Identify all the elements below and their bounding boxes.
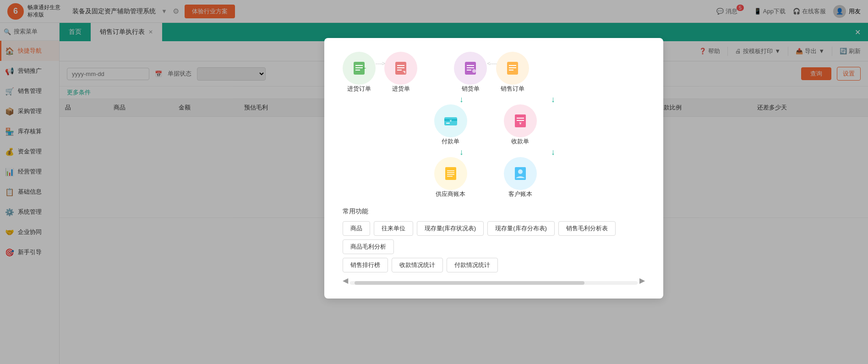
btn-partners[interactable]: 往来单位 [374, 221, 413, 236]
purchase-bill-icon [393, 60, 409, 76]
btn-stock-status[interactable]: 现存量(库存状况表) [417, 221, 484, 236]
down-arrow-purchase-icon: ↓ [459, 95, 464, 104]
payment-icon: ¥ [442, 113, 459, 129]
sales-bill-circle[interactable] [454, 52, 487, 85]
sales-bill-icon [462, 60, 479, 76]
sales-bill-label: 销货单 [462, 85, 480, 93]
common-buttons: 商品 往来单位 现存量(库存状况表) 现存量(库存分布表) 销售毛利分析表 商品… [343, 221, 645, 254]
customer-ledger-circle[interactable] [504, 157, 537, 190]
sales-order-label: 销售订单 [501, 85, 524, 93]
btn-goods[interactable]: 商品 [343, 221, 370, 236]
common-functions-section: 常用功能 商品 往来单位 现存量(库存状况表) 现存量(库存分布表) 销售毛利分… [343, 207, 645, 272]
flow-row-4: ↓ ↓ [343, 147, 645, 157]
flow-col-receipt: ¥ 收款单 [504, 104, 537, 146]
btn-payment-stats[interactable]: 付款情况统计 [447, 258, 498, 272]
payment-label: 付款单 [442, 137, 459, 146]
sales-order-icon [504, 60, 521, 76]
arrow-down-sales: ↓ [526, 95, 581, 104]
modal-inner: 进货订单 - - - -> [324, 38, 663, 299]
svg-rect-20 [446, 123, 450, 124]
common-functions-title: 常用功能 [343, 207, 645, 216]
modal-scroll-row: ◀ ▶ [343, 276, 645, 285]
svg-point-13 [472, 69, 476, 73]
modal-scrollbar[interactable] [350, 281, 638, 285]
flow-col-customer-ledger: 客户账本 [504, 157, 537, 198]
flow-col-payment: ¥ 付款单 [434, 104, 467, 146]
spacer-left3 [343, 147, 434, 157]
down-arrow-receipt-icon: ↓ [551, 147, 555, 157]
customer-ledger-icon [512, 165, 529, 182]
arrow-down-receipt: ↓ [526, 147, 581, 157]
svg-text:¥: ¥ [449, 119, 452, 123]
purchase-bill-circle[interactable] [384, 52, 417, 85]
down-arrow-sales-icon: ↓ [551, 95, 555, 104]
scroll-left-icon[interactable]: ◀ [343, 276, 348, 285]
spacer-mid5 [489, 147, 526, 157]
flow-row-5: 供应商账本 客户账本 [343, 157, 645, 198]
arrow-down-payment: ↓ [434, 147, 489, 157]
modal-overlay[interactable]: 进货订单 - - - -> [0, 0, 868, 364]
customer-ledger-label: 客户账本 [508, 190, 532, 198]
svg-rect-26 [445, 167, 456, 180]
purchase-bill-label: 进货单 [392, 85, 410, 93]
receipt-icon: ¥ [512, 113, 529, 129]
flow-col-purchase-order: 进货订单 [343, 52, 376, 93]
common-buttons-row2: 销售排行榜 收款情况统计 付款情况统计 [343, 258, 645, 272]
flow-col-supplier-ledger: 供应商账本 [434, 157, 467, 198]
flow-row-3: ¥ 付款单 ¥ [343, 104, 645, 146]
receipt-circle[interactable]: ¥ [504, 104, 537, 137]
supplier-ledger-icon [442, 165, 459, 182]
btn-sales-rank[interactable]: 销售排行榜 [343, 258, 388, 272]
svg-text:¥: ¥ [519, 121, 522, 125]
purchase-order-circle[interactable] [343, 52, 376, 85]
scrollbar-track [355, 281, 584, 285]
scroll-right-icon[interactable]: ▶ [639, 276, 645, 285]
flow-row-2: ↓ ↓ [343, 95, 645, 104]
arrow-h1: - - - -> [376, 52, 385, 77]
payment-circle[interactable]: ¥ [434, 104, 467, 137]
modal: 进货订单 - - - -> [324, 38, 663, 299]
purchase-order-icon [351, 60, 367, 76]
supplier-ledger-label: 供应商账本 [436, 190, 465, 198]
svg-point-32 [518, 169, 523, 174]
flow-col-sales-order: 销售订单 [496, 52, 529, 93]
flow-col-sales-bill: 销货单 [454, 52, 487, 93]
btn-sales-profit[interactable]: 销售毛利分析表 [558, 221, 616, 236]
supplier-ledger-circle[interactable] [434, 157, 467, 190]
btn-stock-dist[interactable]: 现存量(库存分布表) [487, 221, 555, 236]
purchase-order-label: 进货订单 [347, 85, 371, 93]
flow-col-purchase-bill: 进货单 [384, 52, 417, 93]
arrow-h2: <- - - - [487, 52, 496, 77]
sales-order-circle[interactable] [496, 52, 529, 85]
receipt-label: 收款单 [511, 137, 529, 146]
flow-section: 进货订单 - - - -> [343, 52, 645, 198]
down-arrow-payment-icon: ↓ [459, 147, 464, 157]
btn-receipt-stats[interactable]: 收款情况统计 [392, 258, 443, 272]
btn-goods-profit[interactable]: 商品毛利分析 [343, 239, 394, 254]
flow-row-1: 进货订单 - - - -> [343, 52, 645, 93]
arrow-down-purchase: ↓ [434, 95, 489, 104]
